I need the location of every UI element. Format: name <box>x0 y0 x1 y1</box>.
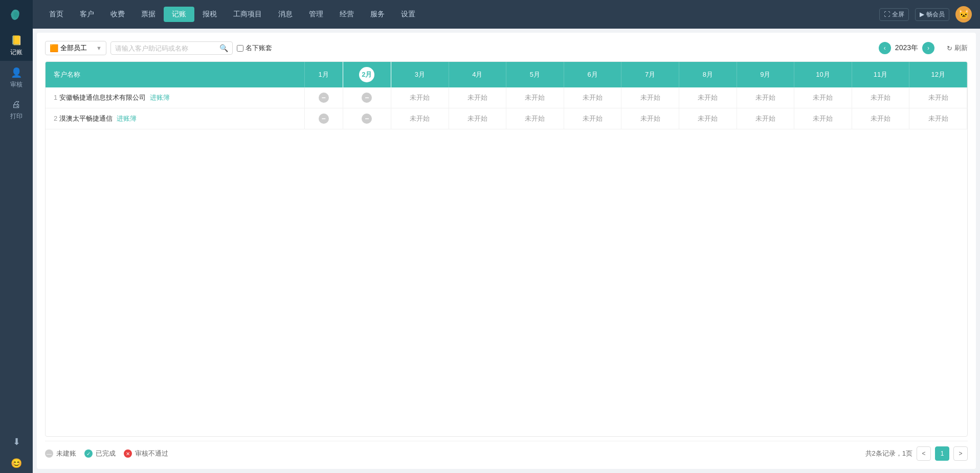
row-1-month-5: 未开始 <box>506 108 564 129</box>
nav-management[interactable]: 管理 <box>301 7 331 22</box>
sidebar-item-download[interactable]: ⬇ <box>11 430 22 452</box>
total-text: 共2条记录，1页 <box>865 449 912 458</box>
legend-teal-icon: ✓ <box>84 449 93 458</box>
nav-home[interactable]: 首页 <box>41 7 72 22</box>
dash-icon[interactable]: − <box>362 93 372 103</box>
dash-icon[interactable]: − <box>362 114 372 124</box>
col-m1: 1月 <box>304 62 343 87</box>
row-0-month-6: 未开始 <box>564 87 621 108</box>
account-set-checkbox[interactable] <box>237 45 243 52</box>
col-m10: 10月 <box>794 62 852 87</box>
vip-icon: ▶ <box>920 11 924 18</box>
pagination: 共2条记录，1页 < 1 > <box>865 446 968 461</box>
row-1-month-9: 未开始 <box>737 108 794 129</box>
nav-settings[interactable]: 设置 <box>393 7 424 22</box>
search-wrap: 🔍 <box>110 41 233 55</box>
enter-book-link[interactable]: 进账簿 <box>117 115 137 122</box>
page-1-button[interactable]: 1 <box>935 446 949 461</box>
table-header-row: 客户名称 1月 2月 3月 4月 5月 6月 7月 8月 9月 10月 11月 <box>46 62 967 87</box>
sidebar-logo <box>0 0 33 29</box>
nav-tax[interactable]: 报税 <box>194 7 225 22</box>
col-m2: 2月 <box>343 62 391 87</box>
sidebar: 📒 记账 👤 审核 🖨 打印 ⬇ 😊 <box>0 0 33 473</box>
row-0-month-9: 未开始 <box>737 87 794 108</box>
nav-customer[interactable]: 客户 <box>72 7 102 22</box>
content: 🟧 全部员工 ▼ 🔍 名下账套 ‹ 2023年 › <box>33 29 980 473</box>
row-index: 2 <box>54 115 57 122</box>
search-input[interactable] <box>115 44 217 52</box>
vip-button[interactable]: ▶ 畅会员 <box>915 8 949 21</box>
nav-business[interactable]: 工商项目 <box>225 7 270 22</box>
sidebar-item-print-label: 打印 <box>10 112 23 121</box>
prev-page-button[interactable]: < <box>917 446 931 461</box>
not-started-label: 未开始 <box>813 115 833 122</box>
row-0-month-7: 未开始 <box>621 87 679 108</box>
not-started-label: 未开始 <box>410 115 430 122</box>
row-1-month-12: 未开始 <box>909 108 967 129</box>
legend-completed: ✓ 已完成 <box>84 449 116 458</box>
chevron-down-icon: ▼ <box>96 45 102 51</box>
employee-filter-label: 全部员工 <box>60 43 87 53</box>
fullscreen-label: 全屏 <box>892 10 904 19</box>
col-m4: 4月 <box>449 62 506 87</box>
avatar[interactable]: 🐱 <box>955 6 972 22</box>
row-1-month-2[interactable]: − <box>343 108 391 129</box>
nav-operation[interactable]: 经营 <box>331 7 362 22</box>
account-set-label: 名下账套 <box>246 43 272 53</box>
dash-icon[interactable]: − <box>319 114 329 124</box>
employee-filter-icon: 🟧 <box>50 44 58 52</box>
year-display: 2023年 <box>895 43 918 53</box>
sidebar-item-audit[interactable]: 👤 审核 <box>0 61 33 93</box>
row-0-name-cell: 1安徽畅捷通信息技术有限公司进账簿 <box>46 87 304 108</box>
nav-fee[interactable]: 收费 <box>102 7 133 22</box>
refresh-button[interactable]: ↻ 刷新 <box>947 43 968 53</box>
prev-year-button[interactable]: ‹ <box>879 42 891 54</box>
sidebar-item-print[interactable]: 🖨 打印 <box>0 93 33 125</box>
legend-completed-label: 已完成 <box>96 449 116 458</box>
table-wrap: 客户名称 1月 2月 3月 4月 5月 6月 7月 8月 9月 10月 11月 <box>45 61 968 437</box>
main-area: 首页 客户 收费 票据 记账 报税 工商项目 消息 管理 经营 服务 设置 ⛶ … <box>33 0 980 473</box>
not-started-label: 未开始 <box>467 115 487 122</box>
next-page-button[interactable]: > <box>953 446 968 461</box>
row-0-month-8: 未开始 <box>679 87 737 108</box>
row-1-month-10: 未开始 <box>794 108 852 129</box>
not-started-label: 未开始 <box>583 115 603 122</box>
legend-not-created: — 未建账 <box>45 449 76 458</box>
col-m3: 3月 <box>391 62 449 87</box>
dash-icon[interactable]: − <box>319 93 329 103</box>
bookkeeping-table: 客户名称 1月 2月 3月 4月 5月 6月 7月 8月 9月 10月 11月 <box>46 62 967 129</box>
row-0-month-1[interactable]: − <box>304 87 343 108</box>
row-0-month-2[interactable]: − <box>343 87 391 108</box>
col-m7: 7月 <box>621 62 679 87</box>
print-icon: 🖨 <box>12 99 21 110</box>
not-started-label: 未开始 <box>467 94 487 101</box>
col-m6: 6月 <box>564 62 621 87</box>
sidebar-item-support[interactable]: 😊 <box>11 452 22 473</box>
not-started-label: 未开始 <box>813 94 833 101</box>
nav-bookkeeping[interactable]: 记账 <box>164 7 194 22</box>
legend-gray-icon: — <box>45 449 53 458</box>
next-year-button[interactable]: › <box>922 42 934 54</box>
not-started-label: 未开始 <box>928 115 948 122</box>
employee-filter[interactable]: 🟧 全部员工 ▼ <box>45 41 106 55</box>
account-set-checkbox-wrap[interactable]: 名下账套 <box>237 43 272 53</box>
search-button[interactable]: 🔍 <box>219 44 228 52</box>
row-1-month-1[interactable]: − <box>304 108 343 129</box>
topnav-right: ⛶ 全屏 ▶ 畅会员 🐱 <box>879 6 972 22</box>
sidebar-item-bookkeeping[interactable]: 📒 记账 <box>0 29 33 61</box>
row-1-name-cell: 2漠澳太平畅捷通信进账簿 <box>46 108 304 129</box>
row-1-month-6: 未开始 <box>564 108 621 129</box>
col-name: 客户名称 <box>46 62 304 87</box>
enter-book-link[interactable]: 进账簿 <box>150 94 170 101</box>
nav-service[interactable]: 服务 <box>362 7 393 22</box>
footer: — 未建账 ✓ 已完成 ✕ 审核不通过 共2条记录，1页 < 1 > <box>45 441 968 461</box>
fullscreen-button[interactable]: ⛶ 全屏 <box>879 8 909 21</box>
row-0-month-4: 未开始 <box>449 87 506 108</box>
col-m12: 12月 <box>909 62 967 87</box>
row-0-month-5: 未开始 <box>506 87 564 108</box>
support-icon: 😊 <box>11 458 22 469</box>
download-icon: ⬇ <box>13 436 20 447</box>
page: 🟧 全部员工 ▼ 🔍 名下账套 ‹ 2023年 › <box>37 33 976 469</box>
nav-invoice[interactable]: 票据 <box>133 7 164 22</box>
nav-message[interactable]: 消息 <box>270 7 301 22</box>
